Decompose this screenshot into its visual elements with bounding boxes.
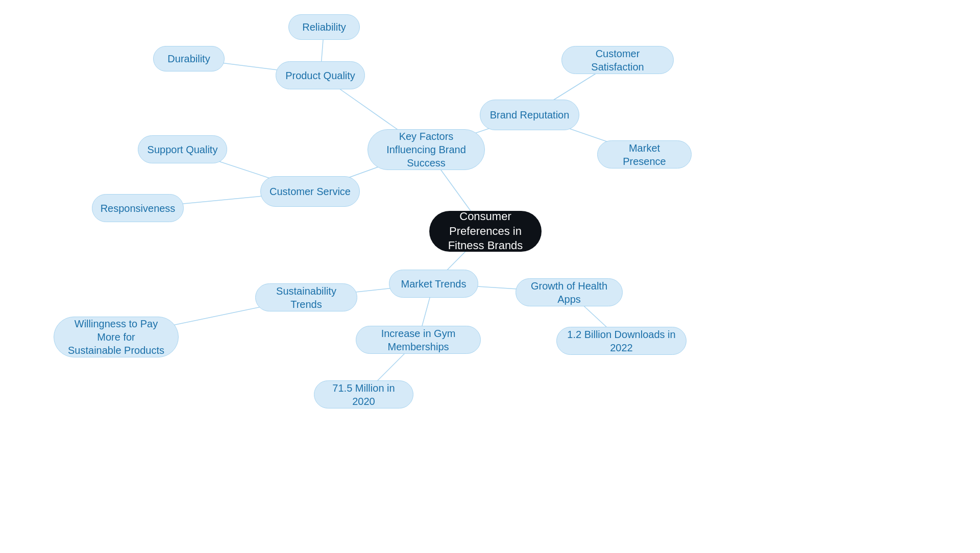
node-market_presence[interactable]: Market Presence [597,140,692,169]
node-customer_service[interactable]: Customer Service [260,176,360,207]
node-million_2020[interactable]: 71.5 Million in 2020 [314,380,413,408]
connections-svg [0,0,980,553]
node-willingness[interactable]: Willingness to Pay More forSustainable P… [54,317,179,357]
node-support_quality[interactable]: Support Quality [138,135,227,163]
node-reliability[interactable]: Reliability [288,14,360,40]
node-customer_satisfaction[interactable]: Customer Satisfaction [561,46,674,74]
mind-map-container: Consumer Preferences inFitness BrandsKey… [0,0,980,553]
node-gym_memberships[interactable]: Increase in Gym Memberships [356,326,481,354]
node-durability[interactable]: Durability [153,46,225,71]
node-responsiveness[interactable]: Responsiveness [92,194,184,222]
node-brand_reputation[interactable]: Brand Reputation [480,100,579,130]
node-market_trends[interactable]: Market Trends [389,270,478,298]
node-center[interactable]: Consumer Preferences inFitness Brands [429,211,542,252]
node-billion_downloads[interactable]: 1.2 Billion Downloads in 2022 [556,327,687,355]
node-product_quality[interactable]: Product Quality [276,61,365,89]
node-key_factors[interactable]: Key Factors Influencing BrandSuccess [368,129,485,170]
node-sustainability_trends[interactable]: Sustainability Trends [255,283,357,311]
node-health_apps[interactable]: Growth of Health Apps [516,278,623,306]
